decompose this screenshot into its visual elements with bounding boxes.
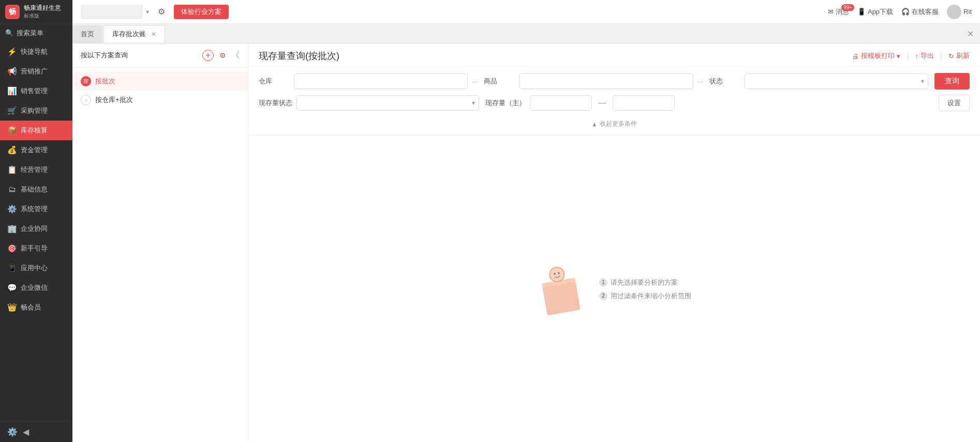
messages-badge: 99+ <box>841 4 854 11</box>
topbar-input-area: ▾ <box>81 5 149 19</box>
marketing-icon: 📢 <box>7 67 17 76</box>
product-input[interactable] <box>519 73 693 89</box>
sidebar-item-purchase[interactable]: 🛒 采购管理 <box>0 101 72 121</box>
sidebar-item-label: 应用中心 <box>21 263 48 273</box>
collapse-filters-button[interactable]: ▲ 收起更多条件 <box>259 116 970 129</box>
printer-icon: 🖨 <box>852 52 859 60</box>
sidebar-item-label: 企业协同 <box>21 224 48 233</box>
status-select-wrap: ▾ <box>745 73 928 89</box>
sidebar-item-wechat[interactable]: 💬 企业微信 <box>0 278 72 298</box>
sidebar-item-sales[interactable]: 📊 销售管理 <box>0 81 72 101</box>
sidebar-item-guide[interactable]: 🎯 新手引导 <box>0 239 72 258</box>
member-icon: 👑 <box>7 303 17 312</box>
dropdown-arrow-icon[interactable]: ▾ <box>146 8 149 16</box>
collapse-label: 收起更多条件 <box>600 120 637 128</box>
close-all-tabs-icon[interactable]: ✕ <box>967 28 974 38</box>
warehouse-input[interactable] <box>294 73 468 89</box>
export-button[interactable]: ↑ 导出 <box>915 51 934 61</box>
enterprise-icon: 🏢 <box>7 224 17 233</box>
sidebar-item-member[interactable]: 👑 畅会员 <box>0 298 72 317</box>
industry-solution-button[interactable]: 体验行业方案 <box>174 5 229 19</box>
plan-settings-icon[interactable]: ⚙ <box>217 50 228 61</box>
collapse-up-icon: ▲ <box>591 121 598 128</box>
inventory-status-label: 现存量状态 <box>259 98 292 108</box>
export-label: 导出 <box>920 51 934 61</box>
sidebar-item-finance[interactable]: 💰 资金管理 <box>0 140 72 160</box>
topbar-actions: ✉ 消息 99+ 📱 App下载 🎧 在线客服 Rit <box>828 5 972 19</box>
sidebar-item-label: 采购管理 <box>21 106 48 115</box>
sep1: | <box>907 51 909 61</box>
filter-row-1: 仓库 ··· 商品 ··· 状态 <box>259 73 970 90</box>
add-plan-button[interactable]: + <box>202 50 214 61</box>
messages-button[interactable]: ✉ 消息 99+ <box>828 7 849 17</box>
print-label: 按模板打印 <box>861 51 895 61</box>
status-select[interactable] <box>745 73 928 89</box>
left-panel-actions: + ⚙ 《 <box>202 50 240 61</box>
sidebar-item-enterprise[interactable]: 🏢 企业协同 <box>0 219 72 239</box>
inventory-status-select-wrap: ▾ <box>296 95 479 111</box>
tab-home[interactable]: 首页 <box>72 25 102 43</box>
refresh-button[interactable]: ↻ 刷新 <box>948 51 970 61</box>
print-button[interactable]: 🖨 按模板打印 ▾ <box>852 51 900 61</box>
app-download-icon: 📱 <box>857 8 866 16</box>
warehouse-more-icon[interactable]: ··· <box>472 78 478 85</box>
settings-button[interactable]: 设置 <box>939 95 970 111</box>
sidebar-footer: ⚙️ ◀ <box>0 421 72 442</box>
sidebar-search[interactable]: 🔍 搜索菜单 <box>0 24 72 42</box>
warehouse-filter: 仓库 ··· <box>259 73 478 89</box>
page-content: 按以下方案查询 + ⚙ 《 按 按批次 ○ 按仓库+批次 <box>72 43 980 442</box>
sidebar-item-system[interactable]: ⚙️ 系统管理 <box>0 199 72 219</box>
sidebar-item-inventory[interactable]: 📦 库存核算 <box>0 121 72 140</box>
sidebar-header: 畅 畅康通好生意 标准版 <box>0 0 72 24</box>
sidebar-item-label: 经营管理 <box>21 165 48 174</box>
product-more-icon[interactable]: ··· <box>697 78 703 85</box>
sidebar-item-marketing[interactable]: 📢 营销推广 <box>0 62 72 81</box>
inventory-qty-min-input[interactable] <box>530 95 592 111</box>
tab-close-icon[interactable]: ✕ <box>151 31 156 38</box>
sep2: | <box>940 51 942 61</box>
plan-item-warehouse-batch[interactable]: ○ 按仓库+批次 <box>72 91 248 109</box>
system-icon: ⚙️ <box>7 204 17 214</box>
export-icon: ↑ <box>915 52 918 60</box>
filter-row-2: 现存量状态 ▾ 现存量（主） — <box>259 95 970 111</box>
app-download-button[interactable]: 📱 App下载 <box>857 7 893 17</box>
basics-icon: 🗂 <box>7 185 17 194</box>
tab-inventory-batch[interactable]: 库存批次账 ✕ <box>103 25 165 43</box>
quick-nav-icon: ⚡ <box>7 47 17 56</box>
inventory-status-select[interactable] <box>296 95 479 111</box>
hint-num-1: 1 <box>599 278 607 287</box>
sidebar-item-operations[interactable]: 📋 经营管理 <box>0 160 72 180</box>
page-title: 现存量查询(按批次) <box>259 50 339 62</box>
app-download-label: App下载 <box>868 7 893 17</box>
plan-item-label: 按仓库+批次 <box>95 95 133 105</box>
online-service-button[interactable]: 🎧 在线客服 <box>901 7 939 17</box>
left-panel-title: 按以下方案查询 <box>81 51 128 60</box>
left-panel-header: 按以下方案查询 + ⚙ 《 <box>72 43 248 68</box>
sidebar-item-app[interactable]: 📱 应用中心 <box>0 258 72 278</box>
sidebar-item-basics[interactable]: 🗂 基础信息 <box>0 180 72 199</box>
breadcrumb-input[interactable] <box>81 5 143 19</box>
settings-footer-icon[interactable]: ⚙️ <box>7 427 18 437</box>
query-button[interactable]: 查询 <box>934 73 970 90</box>
purchase-icon: 🛒 <box>7 106 17 115</box>
message-icon: ✉ <box>828 8 834 16</box>
collapse-sidebar-icon[interactable]: ◀ <box>23 427 29 437</box>
sidebar-item-label: 畅会员 <box>21 303 41 312</box>
status-filter: 状态 ▾ <box>709 73 928 89</box>
finance-icon: 💰 <box>7 145 17 155</box>
page-title-actions: 🖨 按模板打印 ▾ | ↑ 导出 | ↻ 刷新 <box>852 51 970 61</box>
user-menu[interactable]: Rit <box>947 5 972 19</box>
page-title-bar: 现存量查询(按批次) 🖨 按模板打印 ▾ | ↑ 导出 | ↻ <box>248 43 980 67</box>
tab-inventory-batch-label: 库存批次账 <box>112 30 146 39</box>
inventory-qty-max-input[interactable] <box>613 95 675 111</box>
app-icon: 📱 <box>7 263 17 273</box>
sidebar-item-quick-nav[interactable]: ⚡ 快捷导航 <box>0 42 72 62</box>
plan-item-batch[interactable]: 按 按批次 <box>72 72 248 91</box>
sidebar-item-label: 企业微信 <box>21 283 48 292</box>
topbar: ▾ ⚙ 体验行业方案 ✉ 消息 99+ 📱 App下载 🎧 在线客服 Rit <box>72 0 980 24</box>
print-dropdown-icon[interactable]: ▾ <box>897 52 900 60</box>
search-icon: 🔍 <box>5 29 13 37</box>
sidebar-item-label: 营销推广 <box>21 67 48 76</box>
topbar-gear-icon[interactable]: ⚙ <box>154 5 169 19</box>
collapse-panel-icon[interactable]: 《 <box>231 50 240 61</box>
